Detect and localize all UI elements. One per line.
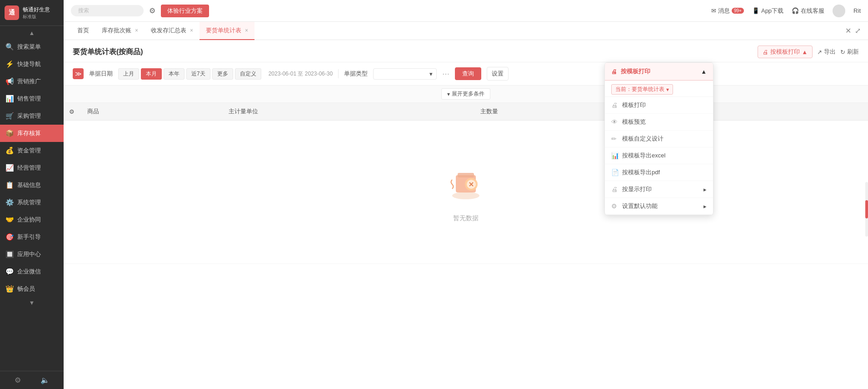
dropdown-item-template-custom[interactable]: ✏ 模板自定义设计 <box>605 131 713 147</box>
sidebar-item-finance[interactable]: 💰 资金管理 <box>0 142 64 159</box>
sidebar-item-system[interactable]: ⚙️ 系统管理 <box>0 194 64 211</box>
filter-toggle-button[interactable]: ≫ <box>73 68 84 79</box>
svg-point-0 <box>452 192 479 199</box>
dropdown-item-template-print[interactable]: 🖨 模板打印 <box>605 97 713 114</box>
date-btn-more[interactable]: 更多 <box>212 68 233 80</box>
dropdown-item-template-pdf[interactable]: 📄 按模板导出pdf <box>605 164 713 181</box>
tab-close-inventory-batch[interactable]: × <box>135 27 138 34</box>
settings-icon[interactable]: ⚙ <box>15 376 21 384</box>
filter-divider <box>338 69 339 78</box>
system-icon: ⚙️ <box>5 198 14 207</box>
sidebar-item-search[interactable]: 🔍 搜索菜单 <box>0 38 64 56</box>
sidebar-item-guide[interactable]: 🎯 新手引导 <box>0 228 64 246</box>
date-btn-this-year[interactable]: 本年 <box>164 68 185 80</box>
dropdown-header[interactable]: 🖨 按模板打印 ▲ <box>605 63 713 81</box>
page-content: 要货单统计表(按商品) 🖨 按模板打印 ▲ ↗ 导出 ↻ 刷新 <box>64 40 868 389</box>
search-icon: 🔍 <box>5 43 14 51</box>
sidebar-item-wechat[interactable]: 💬 企业微信 <box>0 263 64 280</box>
sidebar-item-marketing[interactable]: 📢 营销推广 <box>0 73 64 90</box>
template-preview-item-icon: 👁 <box>611 118 619 126</box>
date-btn-last-month[interactable]: 上月 <box>118 68 139 80</box>
chevron-up-icon: ▲ <box>802 49 808 56</box>
date-btn-7days[interactable]: 近7天 <box>186 68 210 80</box>
user-avatar[interactable] <box>833 5 845 17</box>
setting-button[interactable]: 设置 <box>487 67 509 81</box>
speaker-icon[interactable]: 🔈 <box>40 376 50 384</box>
app-download-icon: 📱 <box>752 7 759 14</box>
tab-close-receipt-summary[interactable]: × <box>190 27 193 34</box>
sidebar-item-operations[interactable]: 📈 经营管理 <box>0 159 64 177</box>
query-button[interactable]: 查询 <box>455 67 481 80</box>
tab-home[interactable]: 首页 <box>71 22 95 40</box>
topbar-search[interactable]: 搜索 <box>71 5 144 16</box>
chevron-down-icon: ▾ <box>429 71 433 77</box>
sidebar-item-purchase[interactable]: 🛒 采购管理 <box>0 107 64 125</box>
sidebar-item-basic[interactable]: 📋 基础信息 <box>0 177 64 194</box>
tabs-bar: 首页 库存批次账 × 收发存汇总表 × 要货单统计表 × ✕ ⤢ <box>64 22 868 40</box>
date-range-label: 2023-06-01 至 2023-06-30 <box>269 70 333 78</box>
message-icon: ✉ <box>711 7 716 14</box>
template-print-button[interactable]: 🖨 按模板打印 ▲ <box>758 45 813 58</box>
tab-receipt-summary[interactable]: 收发存汇总表 × <box>145 22 200 40</box>
sidebar-item-apps[interactable]: 🔲 应用中心 <box>0 246 64 263</box>
dropdown-close-icon[interactable]: ▲ <box>701 68 707 75</box>
export-icon: ↗ <box>817 49 822 56</box>
app-download-button[interactable]: 📱 App下载 <box>752 7 783 15</box>
marketing-icon: 📢 <box>5 77 14 86</box>
sidebar-scroll-up[interactable]: ▲ <box>0 28 64 38</box>
topbar: 搜索 ⚙ 体验行业方案 ✉ 消息 99+ 📱 App下载 🎧 在线客服 Rit <box>64 0 868 22</box>
sidebar-scroll-down[interactable]: ▼ <box>0 298 64 308</box>
default-func-icon: ⚙ <box>611 202 619 210</box>
sidebar-item-sales[interactable]: 📊 销售管理 <box>0 90 64 107</box>
scrollbar-track <box>865 182 868 237</box>
dropdown-item-template-excel[interactable]: 📊 按模板导出excel <box>605 147 713 164</box>
message-button[interactable]: ✉ 消息 99+ <box>711 7 744 15</box>
refresh-icon: ↻ <box>840 49 845 56</box>
dropdown-sub-default-func[interactable]: ⚙ 设置默认功能 ▸ <box>605 198 713 215</box>
topbar-right: ✉ 消息 99+ 📱 App下载 🎧 在线客服 Rit <box>711 5 861 17</box>
table-header-setting[interactable]: ⚙ <box>64 103 82 121</box>
empty-text: 暂无数据 <box>453 214 479 222</box>
export-button[interactable]: ↗ 导出 <box>817 48 836 56</box>
date-btn-custom[interactable]: 自定义 <box>235 68 261 80</box>
tab-close-order-stats[interactable]: × <box>245 27 248 34</box>
purchase-icon: 🛒 <box>5 112 14 120</box>
tab-order-stats[interactable]: 要货单统计表 × <box>200 22 254 40</box>
operations-icon: 📈 <box>5 164 14 172</box>
dropdown-header-left: 🖨 按模板打印 <box>611 67 650 76</box>
member-icon: 👑 <box>5 285 14 293</box>
online-service-button[interactable]: 🎧 在线客服 <box>792 7 824 15</box>
sidebar: 通 畅通好生意 标准版 ▲ 🔍 搜索菜单 ⚡ 快捷导航 📢 营销推广 📊 销售管… <box>0 0 64 389</box>
template-pdf-item-icon: 📄 <box>611 169 619 176</box>
tab-inventory-batch[interactable]: 库存批次账 × <box>95 22 145 40</box>
expand-icon: ▾ <box>447 91 450 97</box>
dropdown-sub-display-print[interactable]: 🖨 按显示打印 ▸ <box>605 181 713 198</box>
tab-close-icon[interactable]: ✕ <box>845 26 851 35</box>
more-dots-icon[interactable]: ⋯ <box>442 70 449 78</box>
sidebar-item-inventory[interactable]: 📦 库存核算 <box>0 125 64 142</box>
refresh-button[interactable]: ↻ 刷新 <box>840 48 859 56</box>
date-btn-this-month[interactable]: 本月 <box>141 68 162 80</box>
empty-illustration <box>443 162 489 207</box>
sidebar-item-member[interactable]: 👑 畅会员 <box>0 280 64 298</box>
logo-icon: 通 <box>5 5 19 20</box>
chevron-right-sub-icon: ▸ <box>703 203 707 210</box>
table-header-unit: 主计量单位 <box>223 103 475 121</box>
expand-button[interactable]: ▾ 展开更多条件 <box>441 88 490 100</box>
page-actions: 🖨 按模板打印 ▲ ↗ 导出 ↻ 刷新 <box>758 45 859 58</box>
date-buttons: 上月 本月 本年 近7天 更多 自定义 <box>118 68 261 80</box>
dropdown-item-template-preview[interactable]: 👁 模板预览 <box>605 114 713 131</box>
quick-nav-icon: ⚡ <box>5 60 14 68</box>
sidebar-item-quick-nav[interactable]: ⚡ 快捷导航 <box>0 56 64 73</box>
logo: 通 畅通好生意 标准版 <box>0 0 64 26</box>
tab-expand-icon[interactable]: ⤢ <box>855 26 861 35</box>
doc-type-select[interactable]: ▾ <box>373 68 437 80</box>
message-badge: 99+ <box>732 8 744 14</box>
scrollbar-thumb[interactable] <box>865 200 868 218</box>
sales-icon: 📊 <box>5 95 14 103</box>
sidebar-item-collab[interactable]: 🤝 企业协同 <box>0 211 64 228</box>
trial-button[interactable]: 体验行业方案 <box>161 5 209 17</box>
chevron-right-icon: ▸ <box>703 186 707 193</box>
topbar-gear-icon[interactable]: ⚙ <box>149 6 155 15</box>
main-content: 搜索 ⚙ 体验行业方案 ✉ 消息 99+ 📱 App下载 🎧 在线客服 Rit <box>64 0 868 389</box>
